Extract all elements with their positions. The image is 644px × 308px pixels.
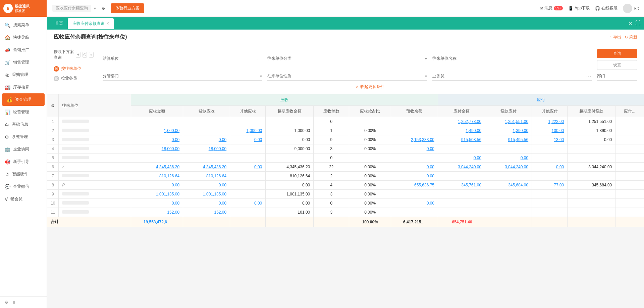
row-receivable[interactable]: 1,001,135.00 [131,190,183,199]
row-receivable[interactable]: 0.00 [131,199,183,208]
row-receivable-ratio: 0.00% [349,172,391,181]
row-other-receivable[interactable]: 0.00 [230,199,266,208]
row-advance-balance[interactable]: 0.00 [391,172,438,181]
edit-scheme-button[interactable]: ⊙ [83,52,87,58]
row-advance-balance[interactable]: 0.00 [391,144,438,153]
row-loan-receivable[interactable]: 18,000.00 [183,144,230,153]
row-payable[interactable]: 3,044,240.00 [438,163,485,172]
row-loan-receivable[interactable]: 0.00 [183,199,230,208]
sidebar-item-sales[interactable]: 🛒销售管理 [0,56,47,69]
sidebar-item-operation[interactable]: 📊经营管理 [0,106,47,118]
row-other-payable[interactable]: 1,222.00 [532,117,568,126]
scheme-by-salesperson[interactable]: 按 按业务员 [54,74,94,83]
app-download-button[interactable]: 📱 App下载 [568,5,590,11]
row-overdue-payable [568,172,615,181]
topbar-gear-button[interactable]: ⚙ [99,4,108,13]
tab-maximize-button[interactable]: ⛶ [635,20,641,27]
row-receivable[interactable]: 0.00 [131,135,183,144]
row-payable-more [615,208,644,217]
sidebar-item-purchase[interactable]: 🛍采购管理 [0,69,47,81]
row-payable[interactable]: 0.00 [438,153,485,163]
row-overdue-receivable [266,153,314,163]
scheme-by-partner[interactable]: 按 按往来单位 [54,64,94,74]
row-other-payable[interactable]: 13.00 [532,135,568,144]
row-loan-payable[interactable]: 915,495.56 [485,135,532,144]
row-payable[interactable]: 915,508.56 [438,135,485,144]
guide-icon: 🎯 [5,159,10,165]
export-button[interactable]: ↑ 导出 [610,34,621,40]
row-loan-receivable[interactable]: 4,345,436.20 [183,163,230,172]
service-button[interactable]: 🎧 在线客服 [595,5,618,11]
row-loan-payable[interactable]: 1,251,551.00 [485,117,532,126]
tab-close-icon[interactable]: × [107,21,109,26]
partner-category-input[interactable] [293,56,423,61]
sidebar-settings-icon[interactable]: ⚙ [5,300,8,305]
tab-close-window-button[interactable]: ✕ [628,20,633,27]
refresh-button[interactable]: ↻ 刷新 [625,34,637,40]
row-other-receivable[interactable]: 0.00 [230,163,266,172]
row-payable[interactable]: 345,761.00 [438,181,485,190]
sidebar-item-marketing[interactable]: 📣营销推广 [0,44,47,56]
settlement-unit-input[interactable] [121,56,255,61]
partner-name-input[interactable] [459,56,592,61]
th-receivable: 应收金额 [131,106,183,117]
promo-button[interactable]: 体验行业方案 [111,3,144,13]
collapse-button[interactable]: ∧ 收起更多条件 [356,84,384,90]
message-button[interactable]: ✉ 消息 99+ [540,5,563,11]
row-receivable[interactable]: 0.00 [131,181,183,190]
partner-nature-input[interactable] [293,74,423,79]
row-loan-payable[interactable]: 0.00 [485,153,532,163]
row-other-receivable[interactable]: 1,000.00 [230,126,266,135]
row-loan-payable[interactable]: 3,044,240.00 [485,163,532,172]
settings-button[interactable]: 设置 [597,60,637,70]
row-loan-receivable[interactable]: 0.00 [183,135,230,144]
row-receivable[interactable]: 1,000.00 [131,126,183,135]
sidebar-item-basic[interactable]: 🗂基础信息 [0,118,47,131]
partner-nature-label: 往来单位性质 [267,73,291,79]
query-button[interactable]: 查询 [597,49,637,58]
footer-receivable[interactable]: 19,553,472,6... [131,217,183,227]
row-receivable-ratio: 0.00% [349,135,391,144]
row-payable[interactable]: 1,490.00 [438,126,485,135]
sidebar-item-inventory[interactable]: 🏭库存核算 [0,81,47,93]
row-payable[interactable]: 1,252,773.00 [438,117,485,126]
subdept-input[interactable] [607,74,644,79]
row-other-payable[interactable]: 77.00 [532,181,568,190]
row-loan-payable[interactable]: 345,684.00 [485,181,532,190]
row-receivable[interactable]: 152.00 [131,208,183,217]
sidebar-collapse-icon[interactable]: ⏸ [12,300,16,305]
settings-th[interactable]: ⚙ [47,94,59,117]
sidebar-item-system[interactable]: ⚙系统管理 [0,131,47,143]
row-advance-balance[interactable]: 0.00 [391,163,438,172]
row-other-payable[interactable]: 100.00 [532,126,568,135]
user-menu[interactable]: Rit [623,4,639,13]
sidebar-item-finance[interactable]: 💰资金管理 [2,93,45,106]
sidebar-item-enterprise[interactable]: 🏢企业协同 [0,143,47,156]
sidebar-item-member[interactable]: V畅会员 [0,193,47,205]
sidebar-item-guide[interactable]: 🎯新手引导 [0,156,47,168]
row-loan-receivable[interactable]: 152.00 [183,208,230,217]
row-advance-balance[interactable]: 0.00 [391,199,438,208]
tab-home[interactable]: 首页 [50,18,68,29]
hardware-icon: 🖥 [5,172,9,177]
row-advance-balance[interactable]: 2,153,333.00 [391,135,438,144]
row-loan-receivable[interactable]: 810,126.64 [183,172,230,181]
row-loan-receivable[interactable]: 1,001,135.00 [183,190,230,199]
row-receivable[interactable]: 18,000.00 [131,144,183,153]
row-loan-receivable[interactable]: 0.00 [183,181,230,190]
row-other-payable[interactable]: 0.00 [532,163,568,172]
add-scheme-button[interactable]: + [76,52,80,58]
salesperson-input[interactable] [446,74,584,79]
dept-input[interactable] [121,74,258,79]
tab-receivable[interactable]: 应收应付余额查询 × [68,18,114,29]
sidebar-item-wechat[interactable]: 💬企业微信 [0,180,47,193]
row-loan-payable[interactable]: 1,390.00 [485,126,532,135]
row-receivable[interactable]: 810,126.64 [131,172,183,181]
sidebar-item-search[interactable]: 🔍搜索菜单 [0,19,47,31]
more-scheme-button[interactable]: « [89,52,94,58]
row-advance-balance[interactable]: 655,636.75 [391,181,438,190]
sidebar-item-hardware[interactable]: 🖥智能硬件 [0,168,47,180]
row-other-receivable[interactable]: 0.00 [230,135,266,144]
sidebar-item-nav[interactable]: 🏠快捷导航 [0,31,47,44]
row-receivable[interactable]: 4,345,436.20 [131,163,183,172]
